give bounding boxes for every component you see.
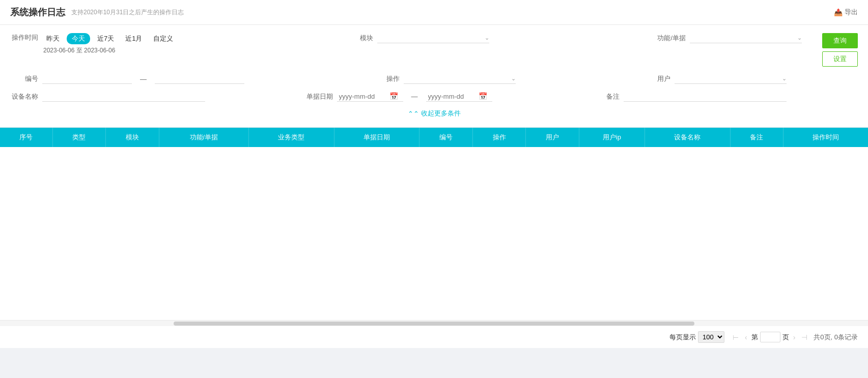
function-input[interactable] xyxy=(690,34,797,42)
main-content: 序号 类型 模块 功能/单据 业务类型 单据日期 编号 操作 用户 用户ip 设… xyxy=(0,128,868,348)
prev-page-button[interactable]: ‹ xyxy=(743,332,749,342)
time-label: 操作时间 xyxy=(10,33,38,42)
collapse-label: 收起更多条件 xyxy=(421,109,461,118)
module-filter-group: 模块 ⌄ xyxy=(345,33,489,43)
export-label: 导出 xyxy=(845,8,858,17)
module-input[interactable] xyxy=(377,34,485,42)
doc-date-start-input[interactable] xyxy=(339,93,387,100)
user-input[interactable] xyxy=(675,75,782,82)
module-chevron-icon: ⌄ xyxy=(485,35,489,41)
scrollbar-thumb[interactable] xyxy=(174,322,694,326)
collapse-bar: ⌃⌃ 收起更多条件 xyxy=(10,106,858,123)
operation-input[interactable] xyxy=(404,75,511,82)
first-page-button[interactable]: ⊢ xyxy=(731,332,741,342)
pagination-bar: 每页显示 100 50 200 ⊢ ‹ 第 1 页 › ⊣ 共0页, 0条记录 xyxy=(0,326,868,348)
table-empty-area xyxy=(0,147,868,320)
function-label: 功能/单据 xyxy=(657,34,686,43)
number-label: 编号 xyxy=(10,74,38,83)
time-filter: 昨天 今天 近7天 近1月 自定义 2023-06-06 至 2023-06-0… xyxy=(42,33,177,55)
device-label: 设备名称 xyxy=(10,92,38,101)
number-sep: — xyxy=(140,75,147,83)
last-page-button[interactable]: ⊣ xyxy=(799,332,809,342)
function-chevron-icon: ⌄ xyxy=(797,35,802,41)
remark-label: 备注 xyxy=(592,92,620,101)
number-end-input[interactable] xyxy=(155,74,244,84)
doc-date-label: 单据日期 xyxy=(305,92,333,101)
col-function: 功能/单据 xyxy=(159,128,248,147)
page-header: 系统操作日志 支持2020年10月31日之后产生的操作日志 📤 导出 xyxy=(0,0,868,25)
col-user: 用户 xyxy=(526,128,579,147)
number-start-input[interactable] xyxy=(42,74,132,84)
operation-chevron-icon: ⌄ xyxy=(511,75,516,82)
filter-panel: 操作时间 昨天 今天 近7天 近1月 自定义 2023-06-06 至 2023… xyxy=(0,25,868,128)
col-remark: 备注 xyxy=(730,128,783,147)
module-label: 模块 xyxy=(345,34,373,43)
calendar-start-icon[interactable]: 📅 xyxy=(389,92,398,100)
time-btn-1month[interactable]: 近1月 xyxy=(121,33,146,44)
table-header: 序号 类型 模块 功能/单据 业务类型 单据日期 编号 操作 用户 用户ip 设… xyxy=(0,128,868,147)
table-wrapper: 序号 类型 模块 功能/单据 业务类型 单据日期 编号 操作 用户 用户ip 设… xyxy=(0,128,868,320)
page-label: 第 xyxy=(751,333,758,342)
time-buttons: 昨天 今天 近7天 近1月 自定义 xyxy=(42,33,177,44)
doc-date-end-input[interactable] xyxy=(428,93,477,100)
device-filter-group: 设备名称 xyxy=(10,92,205,102)
collapse-icon: ⌃⌃ xyxy=(408,110,419,118)
page-size-group: 每页显示 100 50 200 xyxy=(669,331,726,343)
col-doc-date: 单据日期 xyxy=(334,128,419,147)
data-table: 序号 类型 模块 功能/单据 业务类型 单据日期 编号 操作 用户 用户ip 设… xyxy=(0,128,868,147)
time-btn-today[interactable]: 今天 xyxy=(67,33,90,44)
col-device: 设备名称 xyxy=(645,128,730,147)
time-filter-group: 操作时间 昨天 今天 近7天 近1月 自定义 2023-06-06 至 2023… xyxy=(10,33,177,55)
remark-input[interactable] xyxy=(624,92,787,102)
time-btn-custom[interactable]: 自定义 xyxy=(149,33,177,44)
pagination-nav: ⊢ ‹ 第 1 页 › ⊣ xyxy=(731,332,809,342)
per-page-label: 每页显示 xyxy=(669,333,696,342)
operation-filter-group: 操作 ⌄ xyxy=(372,74,516,84)
action-buttons: 查询 设置 xyxy=(822,33,858,67)
collapse-button[interactable]: ⌃⌃ 收起更多条件 xyxy=(408,109,461,118)
device-input[interactable] xyxy=(42,92,205,102)
user-filter-group: 用户 ⌄ xyxy=(642,74,787,84)
page-title: 系统操作日志 xyxy=(10,6,65,18)
user-chevron-icon: ⌄ xyxy=(782,75,787,82)
remark-filter-group: 备注 xyxy=(592,92,787,102)
doc-date-end[interactable]: 📅 xyxy=(426,91,492,102)
function-filter-group: 功能/单据 ⌄ xyxy=(657,33,802,43)
settings-button[interactable]: 设置 xyxy=(822,51,858,67)
query-button[interactable]: 查询 xyxy=(822,33,858,48)
page-unit: 页 xyxy=(782,333,789,342)
header-left: 系统操作日志 支持2020年10月31日之后产生的操作日志 xyxy=(10,6,184,18)
export-button[interactable]: 📤 导出 xyxy=(834,8,858,17)
number-filter-group: 编号 — xyxy=(10,74,244,84)
operation-label: 操作 xyxy=(372,74,400,83)
col-seq: 序号 xyxy=(0,128,52,147)
page-subtitle: 支持2020年10月31日之后产生的操作日志 xyxy=(71,8,184,17)
col-user-ip: 用户ip xyxy=(579,128,645,147)
col-type: 类型 xyxy=(52,128,105,147)
date-sep: — xyxy=(411,93,418,100)
operation-select[interactable]: ⌄ xyxy=(404,74,516,84)
total-info: 共0页, 0条记录 xyxy=(814,333,858,342)
col-module: 模块 xyxy=(106,128,159,147)
col-operation: 操作 xyxy=(472,128,525,147)
export-icon: 📤 xyxy=(834,8,843,16)
module-select[interactable]: ⌄ xyxy=(377,33,489,43)
page-number-input[interactable]: 1 xyxy=(760,332,780,342)
col-number: 编号 xyxy=(419,128,472,147)
function-select[interactable]: ⌄ xyxy=(690,33,802,43)
col-op-time: 操作时间 xyxy=(783,128,868,147)
col-biz-type: 业务类型 xyxy=(249,128,334,147)
time-btn-yesterday[interactable]: 昨天 xyxy=(42,33,64,44)
user-label: 用户 xyxy=(642,74,670,83)
doc-date-start[interactable]: 📅 xyxy=(337,91,403,102)
table-header-row: 序号 类型 模块 功能/单据 业务类型 单据日期 编号 操作 用户 用户ip 设… xyxy=(0,128,868,147)
time-range-display: 2023-06-06 至 2023-06-06 xyxy=(43,46,177,55)
user-select[interactable]: ⌄ xyxy=(675,74,787,84)
per-page-select[interactable]: 100 50 200 xyxy=(698,331,724,343)
calendar-end-icon[interactable]: 📅 xyxy=(479,92,487,100)
doc-date-filter-group: 单据日期 📅 — 📅 xyxy=(305,91,492,102)
next-page-button[interactable]: › xyxy=(791,332,798,342)
horizontal-scrollbar[interactable] xyxy=(0,320,868,326)
time-btn-7days[interactable]: 近7天 xyxy=(93,33,118,44)
